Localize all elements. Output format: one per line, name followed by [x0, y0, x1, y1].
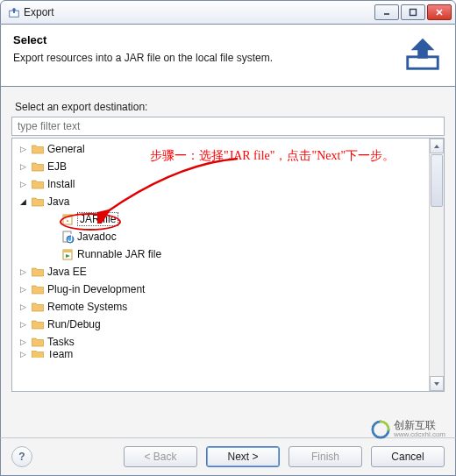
cancel-button[interactable]: Cancel: [371, 446, 445, 467]
tree-item[interactable]: ▷Runnable JAR file: [12, 245, 444, 263]
close-button[interactable]: [427, 4, 452, 20]
wizard-header: Select Export resources into a JAR file …: [0, 25, 456, 87]
svg-rect-5: [408, 57, 438, 68]
tree-item-label: Team: [47, 351, 73, 358]
folder-icon: [31, 317, 45, 331]
tree-item[interactable]: ▷General: [12, 140, 444, 158]
tree-item[interactable]: ▷Plug-in Development: [12, 281, 444, 298]
runjar-icon: [61, 247, 75, 261]
tree-item-label: Run/Debug: [47, 318, 101, 330]
expand-icon[interactable]: ▷: [18, 351, 28, 358]
tree-item-label: EJB: [47, 160, 67, 173]
javadoc-icon: J: [61, 230, 75, 244]
tree-item[interactable]: ▷Install: [12, 175, 444, 193]
scroll-track[interactable]: [430, 208, 444, 376]
destination-label: Select an export destination:: [15, 101, 441, 113]
tree-item[interactable]: ▷Team: [12, 351, 444, 358]
minimize-button[interactable]: [374, 4, 399, 20]
tree-item[interactable]: ▷Run/Debug: [12, 316, 444, 333]
tree-item[interactable]: ▷Remote Systems: [12, 298, 444, 316]
tree-item[interactable]: ▷EJB: [12, 158, 444, 175]
tree-item[interactable]: ▷Tasks: [12, 333, 444, 351]
expand-icon[interactable]: ▷: [18, 337, 28, 346]
titlebar: Export: [0, 0, 456, 25]
expand-icon[interactable]: ▷: [18, 267, 28, 276]
svg-rect-13: [63, 250, 72, 252]
tree-item-label: Java: [47, 195, 69, 208]
page-description: Export resources into a JAR file on the …: [13, 52, 395, 64]
tree-item-label: Plug-in Development: [47, 283, 145, 295]
tree-item-label: Java EE: [47, 266, 87, 278]
svg-rect-7: [63, 215, 72, 217]
folder-icon: [31, 265, 45, 279]
next-button[interactable]: Next >: [206, 446, 280, 467]
tree-item[interactable]: ▷JAR file: [12, 210, 444, 228]
svg-rect-2: [410, 10, 417, 16]
tree-item-label: JAR file: [77, 212, 118, 226]
folder-icon: [31, 300, 45, 314]
tree-container: ▷General▷EJB▷Install◢Java▷JAR file▷JJava…: [11, 138, 445, 392]
scroll-down-button[interactable]: [430, 376, 444, 391]
folder-icon: [31, 142, 45, 156]
folder-icon: [31, 335, 45, 349]
help-button[interactable]: ?: [11, 446, 32, 467]
window-title: Export: [24, 6, 373, 18]
svg-text:J: J: [68, 232, 73, 244]
tree-item-label: Runnable JAR file: [77, 248, 161, 260]
destination-tree[interactable]: ▷General▷EJB▷Install◢Java▷JAR file▷JJava…: [12, 139, 444, 391]
expand-icon[interactable]: ▷: [18, 320, 28, 329]
back-button[interactable]: < Back: [124, 446, 197, 467]
expand-icon[interactable]: ▷: [18, 302, 28, 311]
page-title: Select: [13, 33, 395, 46]
tree-item-label: General: [47, 143, 85, 155]
tree-item[interactable]: ▷JJavadoc: [12, 228, 444, 245]
wizard-body: Select an export destination: ▷General▷E…: [0, 87, 456, 475]
jar-icon: [61, 212, 75, 226]
collapse-icon[interactable]: ◢: [18, 197, 28, 206]
scroll-up-button[interactable]: [430, 139, 444, 153]
tree-item-label: Remote Systems: [47, 301, 127, 313]
folder-icon: [31, 195, 45, 209]
expand-icon[interactable]: ▷: [18, 145, 28, 153]
folder-icon: [31, 160, 45, 174]
expand-icon[interactable]: ▷: [18, 180, 28, 188]
finish-button[interactable]: Finish: [289, 446, 362, 467]
export-banner-icon: [403, 33, 443, 74]
svg-point-8: [67, 220, 68, 222]
scrollbar[interactable]: [429, 139, 444, 391]
tree-item-label: Javadoc: [77, 231, 117, 243]
filter-input[interactable]: [11, 117, 445, 136]
tree-item-label: Install: [47, 178, 75, 190]
wizard-footer: ? < Back Next > Finish Cancel: [0, 437, 456, 476]
folder-icon: [31, 177, 45, 191]
expand-icon[interactable]: ▷: [18, 162, 28, 171]
scroll-thumb[interactable]: [431, 154, 443, 207]
maximize-button[interactable]: [401, 4, 425, 20]
expand-icon[interactable]: ▷: [18, 285, 28, 294]
folder-icon: [31, 282, 45, 296]
tree-item-label: Tasks: [47, 336, 75, 348]
tree-item[interactable]: ▷Java EE: [12, 263, 444, 281]
folder-icon: [31, 351, 45, 358]
export-wizard-icon: [8, 6, 20, 18]
tree-item[interactable]: ◢Java: [12, 193, 444, 210]
